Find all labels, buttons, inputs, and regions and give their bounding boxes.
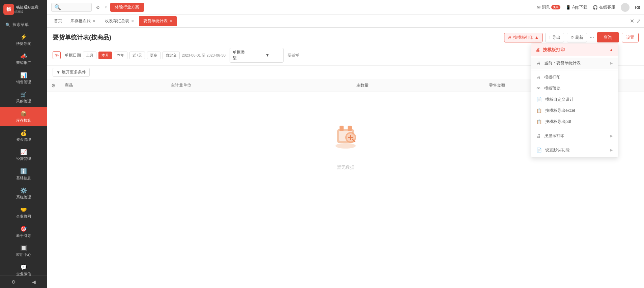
dropdown-set-default[interactable]: 📄 设置默认功能 ▶ bbox=[531, 145, 618, 156]
date-btn-custom[interactable]: 自定义 bbox=[163, 52, 180, 59]
export-label: 导出 bbox=[552, 35, 560, 40]
display-expand-icon: ▶ bbox=[610, 134, 613, 138]
dropdown-header[interactable]: 🖨 按模板打印 ▲ bbox=[531, 43, 618, 56]
table-settings-icon[interactable]: ⚙ bbox=[51, 83, 56, 88]
dropdown-section-current: 🖨 当前：要货单统计表 ▶ bbox=[531, 56, 618, 70]
online-service-item[interactable]: 🎧 在线客服 bbox=[593, 4, 615, 10]
filter-type-label: 单据类型 bbox=[233, 50, 248, 61]
tab-home[interactable]: 首页 bbox=[51, 16, 65, 26]
dropdown-display-left: 🖨 按显示打印 bbox=[536, 133, 564, 139]
shortcut-icon: ⚡ bbox=[20, 34, 27, 40]
sidebar-item-label: 应用中心 bbox=[16, 252, 31, 257]
export-button[interactable]: ↑ 导出 bbox=[545, 33, 564, 42]
tab-close-all-button[interactable]: ✕ bbox=[630, 18, 634, 24]
sidebar-item-label: 资金管理 bbox=[16, 137, 31, 142]
message-label: 消息 bbox=[542, 4, 550, 10]
sidebar-item-collab[interactable]: 🤝 企业协同 bbox=[0, 203, 47, 222]
sidebar-item-apps[interactable]: 🔲 应用中心 bbox=[0, 242, 47, 261]
date-btn-this-year[interactable]: 本年 bbox=[114, 52, 127, 59]
tabs-bar: 首页 库存批次账 ✕ 收发存汇总表 ✕ 要货单统计表 ✕ ✕ ⤢ bbox=[47, 15, 644, 28]
sidebar-item-purchase[interactable]: 🛒 采购管理 bbox=[0, 88, 47, 107]
tab-order-stats-close[interactable]: ✕ bbox=[170, 19, 172, 23]
tab-batch-close[interactable]: ✕ bbox=[93, 19, 95, 23]
export-icon: ↑ bbox=[549, 35, 551, 40]
display-print-icon: 🖨 bbox=[536, 133, 541, 138]
apps-icon: 🔲 bbox=[20, 245, 27, 251]
sidebar-item-basic[interactable]: ℹ️ 基础信息 bbox=[0, 165, 47, 184]
sidebar-item-sales[interactable]: 📊 销售管理 bbox=[0, 69, 47, 88]
query-button[interactable]: 查询 bbox=[597, 32, 619, 42]
topbar-search-box[interactable]: 🔍 bbox=[51, 3, 92, 12]
tab-batch[interactable]: 库存批次账 ✕ bbox=[66, 16, 100, 26]
filter-expand-icon[interactable]: ≫ bbox=[53, 51, 61, 59]
dropdown-print-icon: 🖨 bbox=[536, 47, 540, 53]
template-print-icon: 🖨 bbox=[536, 75, 541, 80]
table-header-unit: 主计量单位 bbox=[167, 79, 352, 92]
dropdown-template-custom[interactable]: 📄 模板自定义设计 bbox=[531, 94, 618, 105]
filter-type-select[interactable]: 单据类型 ▼ bbox=[230, 48, 284, 63]
setting-button[interactable]: 设置 bbox=[622, 33, 639, 42]
dropdown-template-print[interactable]: 🖨 模板打印 bbox=[531, 72, 618, 83]
sidebar-item-operation[interactable]: 📈 经营管理 bbox=[0, 146, 47, 165]
topbar-search-input[interactable] bbox=[61, 5, 88, 10]
sidebar-item-label: 营销推广 bbox=[16, 60, 31, 65]
sidebar-search-label: 搜索菜单 bbox=[12, 22, 29, 28]
expand-more-icon: ▼ bbox=[56, 70, 60, 75]
logo-text-block: 畅捷通好生意 标准版 bbox=[14, 5, 38, 14]
tab-order-stats[interactable]: 要货单统计表 ✕ bbox=[139, 16, 177, 26]
sidebar-item-wechat[interactable]: 💬 企业微信 bbox=[0, 261, 47, 276]
operation-icon: 📈 bbox=[20, 149, 27, 155]
sidebar-item-label: 库存核算 bbox=[16, 118, 31, 123]
dropdown-section-default: 📄 设置默认功能 ▶ bbox=[531, 143, 618, 157]
sidebar-item-guide[interactable]: 🎯 新手引导 bbox=[0, 222, 47, 242]
sidebar-item-inventory[interactable]: 📦 库存核算 bbox=[0, 107, 47, 126]
display-print-label: 按显示打印 bbox=[544, 133, 564, 139]
basic-icon: ℹ️ bbox=[20, 168, 27, 174]
date-btn-this-month[interactable]: 本月 bbox=[98, 52, 112, 59]
tabs-right-controls: ✕ ⤢ bbox=[630, 18, 641, 24]
filter-date-label: 单据日期 bbox=[65, 53, 81, 58]
more-options-button[interactable]: ··· bbox=[590, 34, 594, 40]
refresh-button[interactable]: ↺ 刷新 bbox=[567, 33, 587, 42]
message-item[interactable]: ✉ 消息 99+ bbox=[537, 4, 560, 10]
dropdown-display-print[interactable]: 🖨 按显示打印 ▶ bbox=[531, 130, 618, 141]
set-default-label: 设置默认功能 bbox=[545, 147, 569, 153]
svg-point-0 bbox=[335, 143, 356, 149]
app-download-item[interactable]: 📱 App下载 bbox=[566, 4, 587, 10]
tab-receipt[interactable]: 收发存汇总表 ✕ bbox=[100, 16, 138, 26]
expand-more-button[interactable]: ▼ 展开更多条件 bbox=[53, 68, 90, 77]
sidebar-item-finance[interactable]: 💰 资金管理 bbox=[0, 126, 47, 146]
current-template-icon: 🖨 bbox=[536, 61, 541, 66]
marketing-icon: 📣 bbox=[20, 53, 27, 59]
dropdown-template-preview[interactable]: 👁 模板预览 bbox=[531, 83, 618, 94]
date-range-display: 2023-06-01 至 2023-06-30 bbox=[182, 53, 226, 58]
sound-bottom-icon[interactable]: ◀ bbox=[32, 279, 36, 285]
sidebar-item-marketing[interactable]: 📣 营销推广 bbox=[0, 50, 47, 69]
dropdown-current-template[interactable]: 🖨 当前：要货单统计表 ▶ bbox=[531, 58, 618, 69]
topbar-gear-icon[interactable]: ⚙ bbox=[96, 5, 100, 10]
settings-bottom-icon[interactable]: ⚙ bbox=[11, 279, 16, 285]
app-download-icon: 📱 bbox=[566, 5, 571, 10]
template-custom-icon: 📄 bbox=[536, 97, 542, 102]
trial-industry-button[interactable]: 体验行业方案 bbox=[110, 3, 144, 12]
sidebar-item-shortcut[interactable]: ⚡ 快捷导航 bbox=[0, 30, 47, 50]
expand-more-label: 展开更多条件 bbox=[62, 69, 86, 75]
dropdown-template-excel[interactable]: 📋 按模板导出excel bbox=[531, 105, 618, 116]
sidebar-item-system[interactable]: ⚙️ 系统管理 bbox=[0, 184, 47, 203]
tab-receipt-close[interactable]: ✕ bbox=[131, 19, 134, 23]
date-btn-last-month[interactable]: 上月 bbox=[83, 52, 96, 59]
date-btn-7days[interactable]: 近7天 bbox=[129, 52, 145, 59]
date-btn-more[interactable]: 更多 bbox=[147, 52, 160, 59]
refresh-icon: ↺ bbox=[570, 35, 574, 40]
user-avatar[interactable] bbox=[621, 3, 630, 12]
print-template-button[interactable]: 🖨 按模板打印 ▲ bbox=[504, 33, 543, 42]
tab-batch-label: 库存批次账 bbox=[70, 18, 91, 24]
dropdown-template-pdf[interactable]: 📋 按模板导出pdf bbox=[531, 116, 618, 127]
wechat-icon: 💬 bbox=[20, 264, 27, 270]
app-logo-icon: 畅 bbox=[3, 4, 14, 15]
dropdown-title: 按模板打印 bbox=[543, 47, 565, 53]
purchase-icon: 🛒 bbox=[20, 91, 27, 98]
sidebar-search[interactable]: 🔍 搜索菜单 bbox=[0, 19, 47, 30]
table-header-settings[interactable]: ⚙ bbox=[47, 79, 61, 92]
tab-expand-button[interactable]: ⤢ bbox=[636, 18, 641, 24]
